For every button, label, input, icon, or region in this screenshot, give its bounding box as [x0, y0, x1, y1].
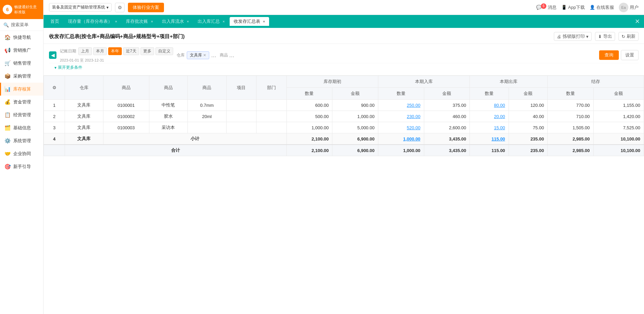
tab------[interactable]: 库存批次账×	[122, 17, 157, 26]
tab-close-icon[interactable]: ×	[263, 19, 265, 23]
warehouse-tag-close[interactable]: ✕	[203, 53, 206, 57]
refresh-button[interactable]: ↻ 刷新	[618, 32, 639, 41]
table-row: 1 文具库 0100001 中性笔 0.7mm 600.00 900.00 25…	[44, 100, 644, 111]
subtotal-label: 小计	[103, 133, 286, 145]
nav-label-marketing: 营销推广	[13, 47, 31, 53]
sidebar-item-purchase[interactable]: 📦采购管理	[0, 70, 43, 83]
subtotal-row: 4 文具库 小计 2,100.00 6,900.00 1,000.00 3,43…	[44, 133, 644, 145]
tab-close-icon[interactable]: ×	[151, 19, 153, 23]
date-btn-上月[interactable]: 上月	[78, 47, 92, 55]
row-out-qty[interactable]: 15.00	[470, 122, 509, 133]
col-settings-header[interactable]: ⚙	[44, 76, 65, 100]
page-header: 收发存汇总表(按仓库+商品编码+商品+规格型号+项目+部门) 🖨 拣锁版打印 ▾…	[44, 28, 644, 44]
row-opening-amt: 1,000.00	[332, 111, 378, 122]
online-service-button[interactable]: 👤 在线客服	[590, 4, 614, 11]
user-menu[interactable]: Ea 用户	[619, 3, 639, 12]
close-all-tabs-button[interactable]: ✕	[633, 16, 641, 27]
row-warehouse: 文具库	[65, 111, 103, 122]
col-group-opening: 库存期初	[286, 76, 378, 88]
sidebar-item-system[interactable]: ⚙️系统管理	[0, 134, 43, 147]
sidebar-item-inventory[interactable]: 📊库存核算	[0, 83, 43, 96]
export-button[interactable]: ⬇ 导出	[595, 32, 615, 41]
nav-label-guide: 新手引导	[13, 164, 31, 170]
sidebar-item-finance[interactable]: 💰资金管理	[0, 96, 43, 109]
subtotal-closing-amt: 10,100.00	[593, 133, 644, 145]
nav-label-finance: 资金管理	[13, 99, 31, 105]
row-in-amt: 460.00	[424, 111, 470, 122]
row-in-qty[interactable]: 230.00	[378, 111, 424, 122]
col-group-closing: 结存	[547, 76, 644, 88]
subtotal-in-amt: 3,435.00	[424, 133, 470, 145]
row-dept	[257, 122, 286, 133]
sidebar-item-basic-info[interactable]: 🗂️基础信息	[0, 121, 43, 134]
date-btn-自定义[interactable]: 自定义	[155, 47, 173, 55]
row-opening-qty: 1,000.00	[286, 122, 332, 133]
filter-toggle-button[interactable]: ◀	[49, 51, 56, 59]
date-btn-近7天[interactable]: 近7天	[123, 47, 139, 55]
row-index: 1	[44, 100, 65, 111]
product-more-button[interactable]: ...	[229, 52, 234, 59]
sidebar-item-marketing[interactable]: 📢营销推广	[0, 44, 43, 57]
settings-gear-button[interactable]: ⚙	[115, 3, 125, 12]
sidebar-item-operations[interactable]: 📋经营管理	[0, 109, 43, 121]
date-filter-group: 记账日期 上月本月本年近7天更多自定义 2023-01-01 至 2023-12…	[60, 47, 173, 63]
trial-button[interactable]: 体验行业方案	[128, 3, 164, 12]
row-out-qty[interactable]: 80.00	[470, 100, 509, 111]
print-label: 拣锁版打印	[563, 33, 585, 39]
nav-icon-finance: 💰	[4, 99, 11, 105]
sidebar: 6 畅捷通好生意 标准版 🔍 搜索菜单 🏠快捷导航📢营销推广🛒销售管理📦采购管理…	[0, 0, 44, 314]
row-in-qty[interactable]: 250.00	[378, 100, 424, 111]
tab-close-icon[interactable]: ×	[115, 19, 117, 23]
print-button[interactable]: 🖨 拣锁版打印 ▾	[554, 32, 592, 41]
subtotal-out-qty[interactable]: 115.00	[470, 133, 509, 145]
avatar: Ea	[619, 3, 628, 12]
row-out-amt: 40.00	[509, 111, 547, 122]
col-out-amt-header: 金额	[509, 88, 547, 100]
tab-----------[interactable]: 现存量（库存分布表）×	[64, 17, 121, 26]
nav-icon-sales: 🛒	[4, 60, 11, 66]
tab------[interactable]: 出入库汇总×	[194, 17, 229, 26]
nav-icon-guide: 🎯	[4, 164, 11, 170]
tab---[interactable]: 首页	[46, 17, 63, 26]
refresh-label: 刷新	[627, 33, 635, 39]
sidebar-item-guide[interactable]: 🎯新手引导	[0, 160, 43, 173]
row-closing-qty: 710.00	[547, 111, 593, 122]
filter-area: ◀ 记账日期 上月本月本年近7天更多自定义 2023-01-01 至 2023-…	[44, 44, 644, 76]
col-warehouse-header: 仓库	[65, 76, 103, 100]
date-btn-本月[interactable]: 本月	[93, 47, 107, 55]
warehouse-filter-label: 仓库	[177, 52, 185, 58]
row-spec: 0.7mm	[187, 100, 226, 111]
app-download-button[interactable]: 📱 App下载	[561, 4, 585, 11]
date-btn-更多[interactable]: 更多	[141, 47, 154, 55]
col-product-code-header: 商品	[103, 76, 149, 100]
warehouse-tag: 文具库 ✕	[187, 51, 209, 59]
subtotal-in-qty[interactable]: 1,000.00	[378, 133, 424, 145]
tab-------[interactable]: 收发存汇总表×	[230, 17, 269, 26]
row-in-qty[interactable]: 520.00	[378, 122, 424, 133]
tab-close-icon[interactable]: ×	[222, 19, 225, 23]
system-selector[interactable]: 装备及固定资产辅助管理系统 ▾	[49, 3, 112, 12]
row-out-qty[interactable]: 20.00	[470, 111, 509, 122]
app-name: 畅捷通好生意 标准版	[14, 4, 40, 15]
row-closing-amt: 1,420.00	[593, 111, 644, 122]
sidebar-item-sales[interactable]: 🛒销售管理	[0, 57, 43, 70]
table-row: 2 文具库 0100002 胶水 20ml 500.00 1,000.00 23…	[44, 111, 644, 122]
sidebar-item-enterprise[interactable]: 🤝企业协同	[0, 147, 43, 160]
search-menu[interactable]: 🔍 搜索菜单	[0, 19, 43, 31]
messages-button[interactable]: 💬 6 消息	[536, 4, 557, 11]
sidebar-item-quick-nav[interactable]: 🏠快捷导航	[0, 31, 43, 44]
tab------[interactable]: 出入库流水×	[158, 17, 193, 26]
app-logo: 6 畅捷通好生意 标准版	[0, 0, 43, 19]
tab-close-icon[interactable]: ×	[187, 19, 189, 23]
expand-conditions-button[interactable]: ▾ 展开更多条件	[49, 63, 639, 72]
date-filter-label: 记账日期	[60, 48, 76, 54]
system-title: 装备及固定资产辅助管理系统	[52, 4, 105, 10]
query-button[interactable]: 查询	[599, 50, 619, 60]
warehouse-more-button[interactable]: ...	[211, 52, 216, 59]
setting-button[interactable]: 设置	[621, 50, 639, 60]
total-in-qty: 1,000.00	[378, 145, 424, 156]
row-out-amt: 120.00	[509, 100, 547, 111]
total-settings-cell	[44, 145, 65, 156]
date-btn-本年[interactable]: 本年	[108, 47, 122, 55]
nav-icon-quick-nav: 🏠	[4, 34, 11, 40]
